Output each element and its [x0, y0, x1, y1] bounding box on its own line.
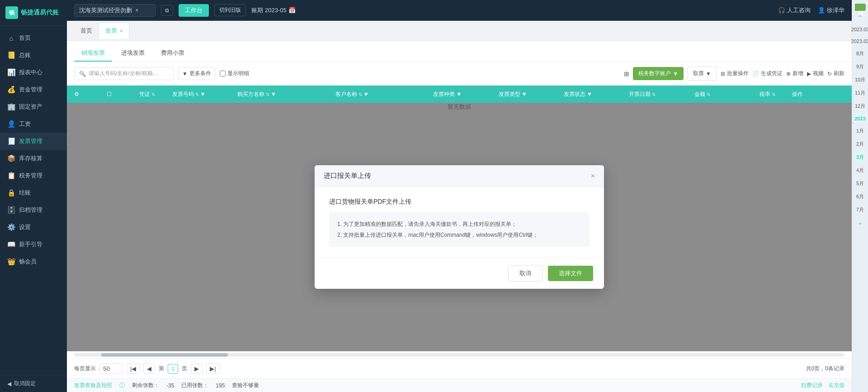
open-date-panel-button[interactable]: 开票日期 — [855, 4, 866, 11]
th-amount[interactable]: 金额 ⇅ — [694, 91, 760, 98]
last-page-button[interactable]: ▶| — [206, 363, 219, 374]
refresh-button[interactable]: ↻ 刷新 — [827, 70, 844, 77]
topbar-copy-button[interactable]: ⧉ — [161, 5, 173, 16]
pin-icon: ◀ — [7, 381, 11, 387]
period-item-2[interactable]: 8月 — [855, 48, 865, 59]
th-rate[interactable]: 税率 ⇅ — [760, 91, 792, 98]
period-item-6[interactable]: 12月 — [854, 101, 866, 111]
period-item-4[interactable]: 10月 — [854, 75, 866, 85]
search-icon: 🔍 — [79, 71, 86, 77]
tab-close-icon[interactable]: × — [120, 28, 123, 33]
modal-info-text-2: 2. 支持批量上传进口报关单，mac用户使用Command键，windows用户… — [337, 229, 538, 240]
modal-header: 进口报关单上传 × — [315, 165, 604, 187]
sidebar-item-invoices[interactable]: 🧾 发票管理 — [0, 133, 67, 150]
batch-operation-button[interactable]: ⊞ 批量操作 — [721, 70, 749, 77]
period-item-12[interactable]: 5月 — [855, 178, 865, 189]
check-label[interactable]: 发票查验及拍照 — [74, 382, 112, 389]
sort-buyer-icon: ⇅ — [266, 92, 269, 97]
period-item-13[interactable]: 6月 — [855, 191, 865, 202]
search-input[interactable]: 🔍 请输入号码/名称/全称/税额... — [74, 67, 174, 80]
th-customer[interactable]: 客户名称 ⇅ ▼ — [335, 91, 434, 98]
sub-tab-sales[interactable]: 销项发票 — [74, 45, 112, 62]
horizontal-scrollbar[interactable] — [74, 353, 844, 357]
period-item-5[interactable]: 11月 — [854, 88, 866, 98]
sidebar-item-guide[interactable]: 📖 新手引导 — [0, 236, 67, 253]
company-selector[interactable]: 沈海英测试经营勿删 ▼ — [74, 4, 156, 17]
used-value: 195 — [216, 382, 225, 389]
page-label-first: 第 — [159, 365, 164, 373]
topbar: 沈海英测试经营勿删 ▼ ⧉ 工作台 切到旧版 账期 2023-05 📅 🎧 人工… — [67, 0, 852, 21]
th-status[interactable]: 发票状态 ▼ — [564, 91, 629, 98]
sidebar-item-closing[interactable]: 🔒 结账 — [0, 184, 67, 201]
tab-invoices-label: 发票 — [105, 27, 117, 35]
sidebar-item-reports[interactable]: 📊 报表中心 — [0, 64, 67, 81]
sub-tab-purchase[interactable]: 进项发票 — [114, 45, 152, 62]
tab-home[interactable]: 首页 — [74, 23, 99, 38]
add-invoice-button[interactable]: ⊕ 新增 — [786, 70, 803, 77]
refresh-label: 刷新 — [834, 70, 844, 77]
period-collapse-down-icon[interactable]: ⌄ — [857, 218, 863, 226]
modal-section-title: 进口货物报关单PDF文件上传 — [329, 198, 590, 206]
first-page-button[interactable]: |◀ — [127, 363, 140, 374]
next-page-button[interactable]: ▶ — [191, 363, 203, 374]
sidebar-item-archive[interactable]: 🗄️ 归档管理 — [0, 201, 67, 219]
show-detail-check[interactable] — [220, 71, 226, 76]
period-item-7[interactable]: 2023 — [854, 114, 866, 123]
sidebar-item-funds[interactable]: 💰 资金管理 — [0, 81, 67, 98]
total-text: 共0页，0条记录 — [806, 365, 844, 373]
cut-version-button[interactable]: 切到旧版 — [214, 4, 246, 16]
show-detail-checkbox[interactable]: 显示明细 — [220, 70, 249, 77]
tab-invoices[interactable]: 发票 × — [99, 23, 129, 39]
modal-info-item-1: 1. 为了更加精准的数据匹配，请先录入海关缴款书，再上传对应的报关单； — [337, 219, 581, 229]
period-item-0[interactable]: 2023.03 — [850, 25, 868, 34]
th-voucher[interactable]: 凭证 ⇅ — [139, 91, 172, 98]
sidebar-item-ledger[interactable]: 📒 总账 — [0, 47, 67, 64]
modal-select-file-button[interactable]: 选择文件 — [548, 266, 593, 281]
per-page-select[interactable]: 50 10 20 100 — [99, 363, 123, 374]
period-item-10[interactable]: 3月 — [855, 152, 865, 163]
sidebar-nav: ⌂ 首页 📒 总账 📊 报表中心 💰 资金管理 🏢 固定资产 👤 工资 🧾 发票… — [0, 26, 67, 375]
recharge-link[interactable]: 去充值 — [828, 382, 844, 389]
th-invoice-cat[interactable]: 发票类型 ▼ — [499, 91, 564, 98]
sub-tab-expense[interactable]: 费用小票 — [154, 45, 192, 62]
modal-overlay[interactable]: 进口报关单上传 × 进口货物报关单PDF文件上传 1. 为了更加精准的数据匹配，… — [67, 103, 852, 351]
scrollbar-thumb[interactable] — [101, 353, 228, 357]
period-item-9[interactable]: 2月 — [855, 139, 865, 149]
sidebar-footer-item[interactable]: ◀ 取消固定 — [0, 375, 67, 392]
period-item-3[interactable]: 9月 — [855, 62, 865, 72]
sidebar-item-inventory[interactable]: 📦 库存核算 — [0, 150, 67, 167]
sidebar-item-payroll[interactable]: 👤 工资 — [0, 115, 67, 133]
cancel-label: 取票 — [693, 70, 704, 77]
recharge-record-link[interactable]: 扣费记录 — [801, 382, 823, 389]
th-invoice-no[interactable]: 发票号码 ⇅ ▼ — [172, 91, 237, 98]
period-item-14[interactable]: 7月 — [855, 205, 865, 215]
period-item-8[interactable]: 1月 — [855, 126, 865, 136]
video-button[interactable]: ▶ 视频 — [807, 70, 824, 77]
page-content: 销项发票进项发票费用小票 🔍 请输入号码/名称/全称/税额... ▼ 更多条件 … — [67, 41, 852, 392]
sidebar: 畅 畅捷通易代账 ⌂ 首页 📒 总账 📊 报表中心 💰 资金管理 🏢 固定资产 … — [0, 0, 67, 392]
period-item-11[interactable]: 4月 — [855, 165, 865, 176]
sidebar-item-assets[interactable]: 🏢 固定资产 — [0, 98, 67, 115]
modal-close-button[interactable]: × — [591, 172, 595, 180]
tax-digital-button[interactable]: 税务数字账户 ▼ — [633, 67, 684, 80]
period-value: 2023-05 — [265, 7, 287, 14]
modal-cancel-button[interactable]: 取消 — [508, 265, 542, 282]
sidebar-item-home[interactable]: ⌂ 首页 — [0, 29, 67, 47]
service-button[interactable]: 🎧 人工咨询 — [778, 6, 811, 14]
period-collapse-up-icon[interactable]: ⌃ — [857, 14, 863, 22]
filter-button[interactable]: ▼ 更多条件 — [178, 67, 215, 80]
th-date[interactable]: 开票日期 ⇅ — [629, 91, 694, 98]
reports-icon: 📊 — [7, 68, 15, 76]
user-menu[interactable]: 👤 徐泽华 — [818, 6, 844, 14]
workspace-button[interactable]: 工作台 — [179, 4, 209, 17]
sidebar-item-member[interactable]: 👑 畅会员 — [0, 253, 67, 270]
period-item-1[interactable]: 2023.03 — [850, 37, 868, 46]
cancel-ticket-button[interactable]: 取票 ▼ — [687, 67, 717, 81]
sidebar-item-settings[interactable]: ⚙️ 设置 — [0, 219, 67, 236]
sidebar-item-tax[interactable]: 📋 税务管理 — [0, 167, 67, 184]
th-buyer[interactable]: 购买方名称 ⇅ ▼ — [237, 91, 335, 98]
prev-page-button[interactable]: ◀ — [143, 363, 155, 374]
generate-voucher-button[interactable]: 📄 生成凭证 — [752, 70, 783, 77]
video-icon: ▶ — [807, 71, 811, 77]
th-invoice-type[interactable]: 发票种类 ▼ — [433, 91, 498, 98]
